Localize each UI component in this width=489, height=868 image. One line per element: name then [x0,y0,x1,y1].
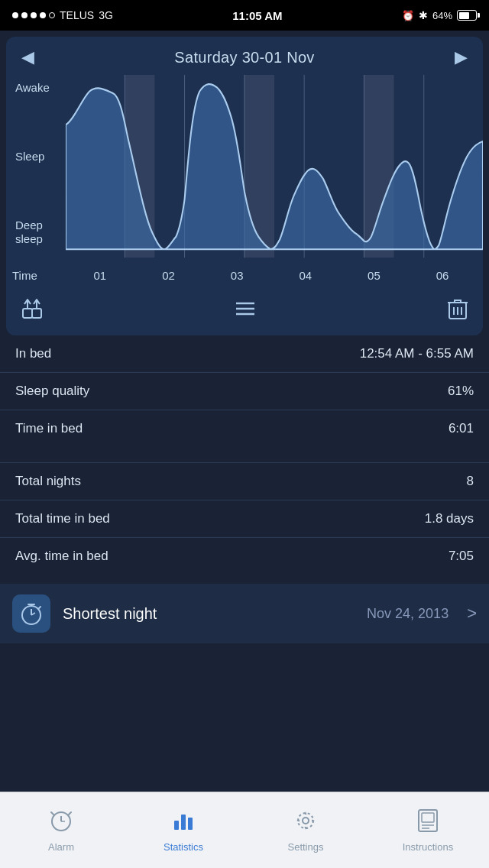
x-axis-container: Time 01 02 03 04 05 06 [6,269,483,288]
alarm-tab-icon [49,808,73,838]
dot2 [21,12,28,18]
dot4 [40,12,46,18]
shortest-night-banner[interactable]: Shortest night Nov 24, 2013 > [0,584,489,643]
tab-alarm[interactable]: Alarm [0,792,122,868]
x-axis-time-label: Time [6,269,66,282]
statistics-tab-label: Statistics [164,841,203,853]
settings-tab-label: Settings [288,841,324,853]
statistics-tab-icon [171,808,196,838]
tab-bar: Alarm Statistics Settings [0,792,489,868]
dot3 [31,12,37,18]
list-button[interactable] [235,300,256,322]
shortest-night-date: Nov 24, 2013 [367,606,449,622]
battery-percent: 64% [432,10,452,21]
svg-rect-11 [32,309,41,318]
x-label-04: 04 [290,269,321,282]
next-day-button[interactable]: ▶ [455,47,468,67]
tab-statistics[interactable]: Statistics [122,792,244,868]
sleep-chart-container: ◀ Saturday 30-01 Nov ▶ Awake Sleep Deeps… [6,37,483,335]
sleep-quality-label: Sleep quality [15,384,89,399]
total-time-label: Total time in bed [15,511,110,526]
network-label: 3G [99,9,113,21]
shortest-night-chevron: > [467,604,477,623]
total-time-row: Total time in bed 1.8 days [0,500,489,538]
total-nights-label: Total nights [15,474,81,489]
y-label-deep-sleep: Deepsleep [15,219,58,246]
x-label-02: 02 [153,269,183,282]
status-left: TELUS 3G [12,9,113,21]
delete-button[interactable] [448,297,468,325]
svg-line-29 [39,607,40,608]
svg-rect-36 [181,815,186,830]
y-axis: Awake Sleep Deepsleep [12,75,66,269]
svg-rect-35 [174,821,179,830]
prev-day-button[interactable]: ◀ [21,47,34,67]
time-in-bed-label: Time in bed [15,421,83,436]
alarm-status-icon: ⏰ [402,10,414,21]
stats-section: In bed 12:54 AM - 6:55 AM Sleep quality … [0,335,489,575]
instructions-tab-icon [417,808,439,838]
chart-svg-area [66,75,483,269]
alarm-tab-label: Alarm [48,841,74,853]
svg-rect-37 [188,818,193,830]
carrier-label: TELUS [60,9,94,21]
tab-instructions[interactable]: Instructions [367,792,489,868]
battery-fill [459,12,469,19]
svg-rect-41 [422,813,434,822]
chart-icons-row [6,288,483,335]
chart-title: Saturday 30-01 Nov [174,49,314,66]
total-time-value: 1.8 days [425,511,474,526]
chart-body: Awake Sleep Deepsleep [6,75,483,269]
y-label-sleep: Sleep [15,150,58,164]
svg-point-38 [303,818,309,824]
stats-divider [0,447,489,462]
x-label-05: 05 [358,269,389,282]
sleep-quality-value: 61% [448,384,474,399]
time-display: 11:05 AM [232,9,282,22]
time-in-bed-row: Time in bed 6:01 [0,410,489,447]
share-button[interactable] [21,298,43,324]
dot1 [12,12,18,18]
x-axis-labels: 01 02 03 04 05 06 [66,269,483,282]
svg-line-33 [51,812,53,815]
svg-point-39 [298,813,313,828]
svg-line-34 [69,812,71,815]
bluetooth-icon: ✱ [419,9,428,21]
status-right: ⏰ ✱ 64% [402,9,477,21]
chart-header: ◀ Saturday 30-01 Nov ▶ [6,37,483,75]
dot5 [49,12,55,18]
status-bar: TELUS 3G 11:05 AM ⏰ ✱ 64% [0,0,489,31]
time-in-bed-value: 6:01 [449,421,474,436]
signal-dots [12,12,55,18]
avg-time-label: Avg. time in bed [15,549,108,564]
instructions-tab-label: Instructions [403,841,453,853]
x-label-06: 06 [427,269,458,282]
total-nights-value: 8 [467,474,474,489]
sleep-quality-row: Sleep quality 61% [0,373,489,410]
sleep-svg [66,75,483,266]
svg-rect-9 [23,309,32,318]
settings-tab-icon [293,808,318,838]
battery-icon [457,10,477,21]
shortest-night-label: Shortest night [63,605,355,623]
stopwatch-icon [19,601,44,626]
tab-settings[interactable]: Settings [244,792,367,868]
stopwatch-icon-box [12,594,50,633]
in-bed-label: In bed [15,346,51,361]
svg-rect-20 [455,300,461,301]
avg-time-row: Avg. time in bed 7:05 [0,538,489,575]
y-label-awake: Awake [15,81,58,95]
in-bed-value: 12:54 AM - 6:55 AM [360,346,474,361]
x-label-01: 01 [85,269,115,282]
in-bed-row: In bed 12:54 AM - 6:55 AM [0,335,489,373]
total-nights-row: Total nights 8 [0,463,489,500]
avg-time-value: 7:05 [449,549,474,564]
x-label-03: 03 [222,269,252,282]
